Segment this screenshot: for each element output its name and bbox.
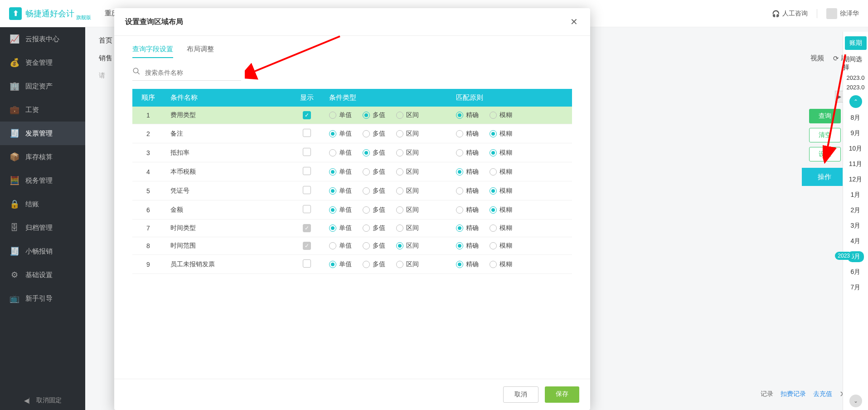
match-radio[interactable]: 模糊 [490,130,512,138]
type-radio[interactable]: 单值 [329,111,352,119]
sidebar-item-settings[interactable]: ⚙基础设置 [0,263,85,287]
type-radio[interactable]: 多值 [363,187,385,195]
period-button[interactable]: 账期 [845,36,867,50]
query-button[interactable]: 查询 [809,109,841,123]
match-radio[interactable]: 精确 [456,168,479,176]
type-radio[interactable]: 多值 [363,260,385,268]
match-radio[interactable]: 精确 [456,242,479,250]
tab-layout-adjust[interactable]: 布局调整 [187,45,214,58]
type-radio[interactable]: 单值 [329,168,352,176]
type-radio[interactable]: 多值 [363,206,385,214]
month-item[interactable]: 12月 [848,174,864,185]
type-radio[interactable]: 单值 [329,224,352,232]
sidebar-item-assets[interactable]: 🏢固定资产 [0,74,85,98]
type-radio[interactable]: 多值 [363,111,385,119]
month-item[interactable]: 11月 [848,159,864,170]
user-menu[interactable]: 徐泽华 [826,8,859,19]
consult-button[interactable]: 🎧 人工咨询 [772,10,808,18]
sidebar-item-salary[interactable]: 💼工资 [0,98,85,122]
sidebar-item-archive[interactable]: 🗄归档管理 [0,216,85,239]
show-checkbox[interactable]: ✓ [303,242,311,250]
type-radio[interactable]: 区间 [396,130,419,138]
sidebar-item-invoice[interactable]: 🧾发票管理 [0,122,85,145]
month-item[interactable]: 8月 [848,112,864,123]
type-radio[interactable]: 区间 [396,149,419,157]
month-item[interactable]: 10月 [848,143,864,154]
type-radio[interactable]: 区间 [396,187,419,195]
type-radio[interactable]: 单值 [329,242,352,250]
type-radio[interactable]: 多值 [363,242,385,250]
month-item[interactable]: 1月 [848,190,864,200]
type-radio[interactable]: 区间 [396,168,419,176]
month-item[interactable]: 9月 [848,128,864,139]
sidebar: 📈云报表中心💰资金管理🏢固定资产💼工资🧾发票管理📦库存核算🧮税务管理🔒结账🗄归档… [0,27,85,410]
tab-field-settings[interactable]: 查询字段设置 [132,45,173,58]
cancel-button[interactable]: 取消 [503,386,538,403]
match-radio[interactable]: 模糊 [490,224,512,232]
sidebar-item-report[interactable]: 📈云报表中心 [0,27,85,51]
type-radio[interactable]: 区间 [396,111,419,119]
period-expand-icon[interactable]: ▶ [835,91,843,102]
match-radio[interactable]: 模糊 [490,187,512,195]
save-button[interactable]: 保存 [545,386,579,403]
match-radio[interactable]: 精确 [456,224,479,232]
show-checkbox[interactable] [303,205,311,213]
sidebar-item-funds[interactable]: 💰资金管理 [0,51,85,74]
match-radio[interactable]: 精确 [456,260,479,268]
sidebar-item-guide[interactable]: 📺新手引导 [0,287,85,310]
fee-records-link[interactable]: 扣费记录 [781,390,806,398]
sidebar-item-stock[interactable]: 📦库存核算 [0,145,85,169]
match-radio[interactable]: 精确 [456,149,479,157]
month-item[interactable]: 2月 [848,205,864,216]
show-checkbox[interactable] [303,186,311,194]
match-radio[interactable]: 精确 [456,187,479,195]
match-radio[interactable]: 模糊 [490,242,512,250]
type-radio[interactable]: 单值 [329,130,352,138]
type-radio[interactable]: 多值 [363,168,385,176]
sidebar-unpin[interactable]: ◀⎸ 取消固定 [0,391,85,410]
type-radio[interactable]: 单值 [329,206,352,214]
type-radio[interactable]: 区间 [396,206,419,214]
search-input[interactable] [145,69,236,76]
type-radio[interactable]: 单值 [329,260,352,268]
match-radio[interactable]: 模糊 [490,206,512,214]
show-checkbox[interactable]: ✓ [303,111,311,119]
type-radio[interactable]: 多值 [363,149,385,157]
type-radio[interactable]: 区间 [396,224,419,232]
scroll-down-icon[interactable]: ⌄ [849,395,862,407]
match-radio[interactable]: 精确 [456,206,479,214]
show-checkbox[interactable]: ✓ [303,224,311,232]
sidebar-item-tax[interactable]: 🧮税务管理 [0,169,85,192]
video-link[interactable]: 视频 [810,54,824,63]
close-icon[interactable]: ✕ [568,16,579,27]
period-year-1[interactable]: 2023.0 [847,84,865,91]
type-radio[interactable]: 单值 [329,187,352,195]
show-checkbox[interactable] [303,148,311,156]
type-radio[interactable]: 多值 [363,130,385,138]
show-checkbox[interactable] [303,167,311,175]
match-radio[interactable]: 精确 [456,130,479,138]
period-year-0[interactable]: 2023.0 [847,74,865,81]
match-radio[interactable]: 模糊 [490,111,512,119]
match-radio[interactable]: 模糊 [490,168,512,176]
type-radio[interactable]: 单值 [329,149,352,157]
show-checkbox[interactable] [303,259,311,268]
match-radio[interactable]: 精确 [456,111,479,119]
type-radio[interactable]: 多值 [363,224,385,232]
month-item[interactable]: 6月 [848,267,864,278]
sidebar-item-reimburse[interactable]: 🧾小畅报销 [0,239,85,263]
type-radio[interactable]: 区间 [396,242,419,250]
month-item[interactable]: 7月 [848,282,864,293]
recharge-link[interactable]: 去充值 [813,390,832,398]
type-radio[interactable]: 区间 [396,260,419,268]
match-radio[interactable]: 模糊 [490,149,512,157]
show-checkbox[interactable] [303,129,311,137]
clear-button[interactable]: 清空 [809,128,841,142]
sidebar-item-close[interactable]: 🔒结账 [0,192,85,216]
month-item[interactable]: 4月 [848,236,864,247]
month-item[interactable]: 3月 [848,220,864,231]
match-radio[interactable]: 模糊 [490,260,512,268]
setting-button[interactable]: 设置 [809,147,841,161]
radio-label: 单值 [339,168,352,176]
scroll-up-icon[interactable]: ⌃ [849,95,862,108]
